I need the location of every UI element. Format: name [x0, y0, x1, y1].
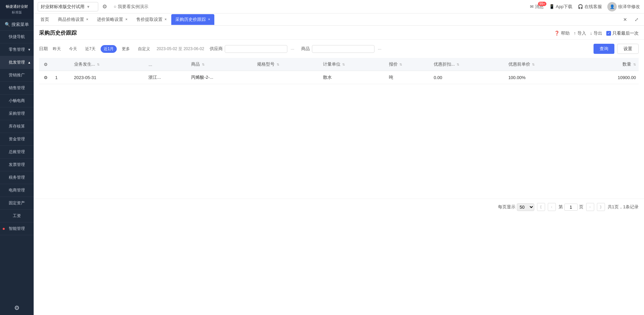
sidebar-settings-btn[interactable]: ⚙ [0, 301, 34, 315]
date-btn-more[interactable]: 更多 [119, 45, 133, 53]
online-service-btn[interactable]: 🎧 在线客服 [578, 4, 602, 10]
sidebar-item-assets[interactable]: 固定资产 [0, 197, 34, 210]
sidebar-item-smart[interactable]: 智能管理 [0, 222, 34, 235]
date-btn-custom[interactable]: 自定义 [135, 45, 153, 53]
supplier-input-wrap[interactable] [225, 45, 287, 53]
tab-label-sale-price: 售价提取设置 [136, 16, 163, 23]
quick-nav-label: 快捷导航 [9, 34, 25, 40]
tab-close-history-price[interactable]: × [208, 18, 210, 21]
export-label: 导出 [594, 30, 602, 36]
sidebar-item-wholesale[interactable]: 批发管理 ▲ [0, 56, 34, 69]
page-first-btn[interactable]: ⟪ [537, 203, 545, 211]
messages-btn[interactable]: ✉ 消息 99+ [530, 4, 544, 10]
col-more[interactable]: ... [146, 58, 188, 71]
supplier-more-icon[interactable]: ··· [289, 46, 296, 51]
sidebar-item-label-marketing: 营销推广 [9, 72, 25, 78]
date-btn-7days[interactable]: 近7天 [82, 45, 99, 53]
message-icon: ✉ [530, 4, 534, 9]
col-unit[interactable]: 计量单位 ⇅ [320, 58, 386, 71]
supplier-input[interactable] [228, 46, 284, 51]
sidebar-item-invoice[interactable]: 发票管理 [0, 159, 34, 171]
logo-sub: 标准版 [12, 10, 22, 15]
search-label: 搜索菜单 [11, 22, 29, 27]
sidebar-search[interactable]: 🔍 搜索菜单 [0, 19, 34, 31]
tab-close-sale-price[interactable]: × [165, 18, 167, 21]
supplier-label: 供应商 [210, 46, 223, 52]
col-quantity-label: 数量 [622, 62, 631, 67]
page-title: 采购历史价跟踪 [39, 30, 77, 37]
date-filter-group: 日期 昨天 今天 近7天 近1月 更多 自定义 2023-05-02 至 202… [39, 45, 204, 53]
row-date: 2023-05-31 [71, 71, 146, 84]
col-date[interactable]: 业务发生... ⇅ [71, 58, 146, 71]
row-discount: 100.00% [506, 71, 582, 84]
sidebar-item-tax[interactable]: 税务管理 [0, 171, 34, 184]
col-pre-discount-price[interactable]: 优惠前单价 ⇅ [506, 58, 582, 71]
only-last-checkbox[interactable]: ✓ 只看最后一次 [606, 30, 639, 36]
tab-history-price[interactable]: 采购历史价跟踪 × [171, 14, 214, 25]
app-download-btn[interactable]: 📱 App下载 [549, 4, 572, 10]
date-btn-yesterday[interactable]: 昨天 [50, 45, 64, 53]
row-quoted-price: 0.00 [431, 71, 506, 84]
product-input[interactable] [315, 46, 371, 51]
col-spec[interactable]: 规格型号 ⇅ [254, 58, 320, 71]
tab-sale-price[interactable]: 售价提取设置 × [132, 14, 171, 25]
col-gear[interactable]: ⚙ [39, 58, 52, 71]
user-menu[interactable]: 👤 徐泽华修改 [607, 2, 640, 11]
tab-procurement-strategy[interactable]: 进价策略设置 × [93, 14, 131, 25]
sidebar-item-purchase[interactable]: 采购管理 [0, 107, 34, 120]
product-input-wrap[interactable] [312, 45, 374, 53]
filter-settings-btn[interactable]: 设置 [617, 44, 639, 54]
content-area: 采购历史价跟踪 ❓ 帮助 ↑ 导入 ↓ 导出 ✓ [34, 26, 644, 315]
sidebar-item-salary[interactable]: 工资 [0, 210, 34, 222]
product-more-icon[interactable]: ··· [377, 46, 383, 51]
topbar-gear-btn[interactable]: ⚙ [101, 2, 108, 11]
page-next-btn[interactable]: › [586, 203, 594, 211]
sidebar: 畅捷通好业财 标准版 🔍 搜索菜单 快捷导航 零售管理 ▼ 批发管理 ▲ 营销推… [0, 0, 34, 315]
online-service-label: 在线客服 [584, 4, 602, 10]
sidebar-item-retail[interactable]: 零售管理 ▼ [0, 43, 34, 56]
tab-price-setting[interactable]: 商品价格设置 × [54, 14, 92, 25]
sidebar-item-ecommerce-small[interactable]: 小畅电商 [0, 95, 34, 107]
page-number-input[interactable] [564, 204, 578, 211]
per-page-dropdown[interactable]: 50 100 200 [517, 203, 534, 211]
tab-close-price-setting[interactable]: × [86, 18, 88, 21]
export-btn[interactable]: ↓ 导出 [590, 30, 603, 36]
demo-btn[interactable]: ○ 我要看实例演示 [114, 4, 148, 10]
sidebar-item-finance[interactable]: 资金管理 [0, 133, 34, 146]
user-name: 徐泽华修改 [618, 4, 640, 10]
page-last-btn[interactable]: ⟫ [597, 203, 605, 211]
tab-home[interactable]: 首页 [36, 14, 53, 25]
col-discount[interactable]: 优惠折扣... ⇅ [431, 58, 506, 71]
sort-icon-pre-discount-price: ⇅ [532, 63, 535, 66]
tab-fullscreen-btn[interactable]: ⤢ [632, 15, 641, 24]
page-prev-btn[interactable]: ‹ [548, 203, 556, 211]
query-btn[interactable]: 查询 [594, 44, 614, 54]
import-btn[interactable]: ↑ 导入 [574, 30, 586, 36]
date-btn-today[interactable]: 今天 [66, 45, 80, 53]
tabbar: 首页 商品价格设置 × 进价策略设置 × 售价提取设置 × 采购历史价跟踪 × … [34, 13, 644, 26]
sidebar-item-label-retail: 零售管理 [9, 47, 25, 53]
headset-icon: 🎧 [578, 4, 583, 9]
row-gear-cell[interactable]: ⚙ [39, 71, 52, 84]
help-btn[interactable]: ❓ 帮助 [554, 30, 570, 36]
sidebar-item-inventory[interactable]: 库存核算 [0, 120, 34, 133]
date-btn-1month[interactable]: 近1月 [101, 45, 117, 53]
col-price-label: 报价 [389, 62, 398, 67]
col-discount-label: 优惠折扣... [434, 62, 455, 67]
col-quantity[interactable]: 数量 ⇅ [582, 58, 639, 71]
sidebar-item-quick-nav[interactable]: 快捷导航 [0, 31, 34, 43]
import-label: 导入 [577, 30, 586, 36]
col-product[interactable]: 商品 ⇅ [188, 58, 254, 71]
tab-close-procurement-strategy[interactable]: × [125, 18, 127, 21]
topbar-right: ✉ 消息 99+ 📱 App下载 🎧 在线客服 👤 徐泽华修改 [530, 2, 640, 11]
export-icon: ↓ [590, 31, 593, 36]
col-price[interactable]: 报价 ⇅ [386, 58, 431, 71]
product-selector[interactable]: 好业财标准版交付试用 ▼ [38, 2, 98, 11]
sidebar-item-marketing[interactable]: 营销推广 [0, 69, 34, 82]
sidebar-item-label-ecommerce: 电商管理 [9, 187, 25, 193]
tab-close-current-btn[interactable]: ✕ [620, 15, 630, 24]
sidebar-item-ecommerce[interactable]: 电商管理 [0, 184, 34, 197]
sidebar-item-ledger[interactable]: 总账管理 [0, 146, 34, 159]
help-label: 帮助 [561, 30, 570, 36]
sidebar-item-sales[interactable]: 销售管理 [0, 82, 34, 95]
